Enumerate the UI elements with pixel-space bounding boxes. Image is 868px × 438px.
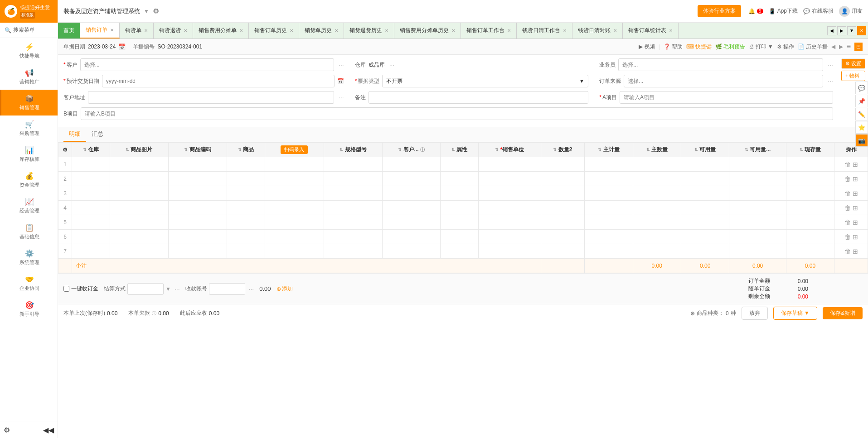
right-tool-camera[interactable]: 📷: [855, 134, 868, 147]
warehouse-dots[interactable]: ···: [389, 61, 395, 68]
discard-button[interactable]: 放弃: [742, 307, 768, 320]
one-key-collect-checkbox[interactable]: 一键收订金: [63, 285, 98, 293]
account-input[interactable]: [209, 283, 245, 295]
nav-prev-btn[interactable]: ◀: [831, 43, 835, 50]
tab-close-icon-2[interactable]: ✕: [144, 28, 148, 33]
tab-fee-history[interactable]: 销售费用分摊单历史 ✕: [394, 23, 461, 39]
row-main-qty[interactable]: [633, 157, 681, 172]
copy-icon[interactable]: ⊞: [853, 248, 858, 255]
setting-button[interactable]: ⚙ 设置: [841, 58, 865, 69]
th-available[interactable]: ⇅ 可用量: [681, 143, 729, 157]
collapse-icon[interactable]: ◀◀: [43, 426, 54, 434]
customer-input[interactable]: [80, 58, 334, 71]
tab-more-btn[interactable]: ▼: [847, 26, 856, 35]
th-warehouse[interactable]: ⇅ 仓库: [72, 143, 110, 157]
delivery-calendar-icon[interactable]: 📅: [337, 78, 344, 84]
sidebar-item-guide[interactable]: 🎯 新手引导: [0, 296, 58, 322]
tab-cash-reconcile[interactable]: 钱货日清对账 ✕: [572, 23, 623, 39]
tab-sales-order[interactable]: 销售订单 ✕: [80, 23, 120, 39]
tab-close-icon-4[interactable]: ✕: [239, 28, 243, 33]
th-main-qty[interactable]: ⇅ 主数量: [633, 143, 681, 157]
tab-workbench[interactable]: 销售订单工作台 ✕: [461, 23, 517, 39]
delete-icon[interactable]: 🗑: [844, 204, 851, 212]
tab-close-icon-9[interactable]: ✕: [507, 28, 511, 33]
operations-action[interactable]: ⚙ 操作: [777, 43, 794, 51]
row-product[interactable]: [227, 157, 265, 172]
tab-cash-workbench[interactable]: 钱货日清工作台 ✕: [517, 23, 572, 39]
row-scan[interactable]: [265, 157, 324, 172]
remark-input[interactable]: [369, 91, 589, 104]
th-unit[interactable]: ⇅ *销售单位: [478, 143, 541, 157]
tab-home[interactable]: 首页: [58, 23, 80, 39]
invoice-select[interactable]: 不开票 ▼: [382, 75, 588, 87]
row-customer-code[interactable]: [383, 157, 441, 172]
customer-dots[interactable]: ···: [339, 61, 344, 68]
sidebar-item-enterprise[interactable]: 🤝 企业协同: [0, 270, 58, 296]
row-available2[interactable]: [729, 157, 786, 172]
sidebar-item-inventory[interactable]: 📊 库存核算: [0, 141, 58, 167]
copy-icon[interactable]: ⊞: [853, 233, 858, 241]
salesperson-dots[interactable]: ···: [828, 61, 833, 68]
right-tool-star[interactable]: ⭐: [855, 121, 868, 134]
th-spec[interactable]: ⇅ 规格型号: [324, 143, 383, 157]
right-tool-edit[interactable]: ✏️: [855, 108, 868, 120]
print-dropdown-icon[interactable]: ▼: [768, 43, 773, 50]
row-stock[interactable]: [786, 157, 834, 172]
th-main-unit[interactable]: ⇅ 主计量: [585, 143, 633, 157]
profit-action[interactable]: 🌿 毛利预告: [715, 43, 745, 51]
tab-next-btn[interactable]: ▶: [837, 26, 846, 35]
copy-icon[interactable]: ⊞: [853, 204, 858, 212]
tab-order-history[interactable]: 销售订单历史 ✕: [249, 23, 299, 39]
settings-icon[interactable]: ⚙: [4, 426, 10, 434]
sidebar-search[interactable]: 🔍 搜索菜单: [0, 23, 58, 38]
tab-close-icon-7[interactable]: ✕: [385, 28, 388, 33]
industry-btn[interactable]: 体验行业方案: [698, 5, 741, 17]
tab-stats[interactable]: 销售订单统计表 ✕: [623, 23, 679, 39]
copy-icon[interactable]: ⊞: [853, 190, 858, 197]
row-attr[interactable]: [441, 157, 479, 172]
th-settings[interactable]: ⚙: [58, 143, 72, 157]
copy-icon[interactable]: ⊞: [853, 175, 858, 183]
dropdown-icon[interactable]: ▼: [144, 8, 149, 14]
row-available[interactable]: [681, 157, 729, 172]
copy-icon[interactable]: ⊞: [853, 161, 858, 168]
delete-icon[interactable]: 🗑: [844, 161, 851, 168]
sidebar-item-system[interactable]: ⚙️ 系统管理: [0, 245, 58, 270]
preview-action[interactable]: ▶ 视频: [639, 43, 655, 51]
user-item[interactable]: 👤 用友: [839, 6, 863, 17]
right-tool-pin[interactable]: 📌: [855, 95, 868, 107]
app-download-item[interactable]: 📱 App下载: [769, 7, 798, 15]
address-dots[interactable]: ···: [339, 94, 344, 101]
table-scroll[interactable]: ⚙ ⇅ 仓库 ⇅ 商品图片 ⇅ 商品编码 ⇅ 商品 扫码录入 ⇅ 规格型号 ⇅ …: [58, 142, 868, 273]
a-project-input[interactable]: [620, 91, 833, 104]
tab-close-icon-12[interactable]: ✕: [669, 28, 673, 33]
address-input[interactable]: [88, 91, 334, 104]
help-action[interactable]: ❓ 帮助: [664, 43, 683, 51]
sidebar-item-sales[interactable]: 📦 销售管理: [0, 90, 58, 116]
th-stock[interactable]: ⇅ 现存量: [786, 143, 834, 157]
delete-icon[interactable]: 🗑: [844, 219, 851, 226]
delete-icon[interactable]: 🗑: [844, 190, 851, 197]
sidebar-item-finance[interactable]: 💰 资金管理: [0, 167, 58, 193]
th-attr[interactable]: ⇅ 属性: [441, 143, 479, 157]
row-main-unit[interactable]: [585, 157, 633, 172]
scan-btn[interactable]: 扫码录入: [281, 145, 308, 154]
tab-fee-split[interactable]: 销售费用分摊单 ✕: [193, 23, 249, 39]
tab-close-all-btn[interactable]: ✕: [857, 26, 866, 35]
b-project-input[interactable]: [81, 107, 833, 120]
sidebar-item-purchase[interactable]: 🛒 采购管理: [0, 116, 58, 141]
tab-close-icon-8[interactable]: ✕: [451, 28, 455, 33]
salesperson-input[interactable]: [618, 58, 823, 71]
sidebar-item-basic[interactable]: 📋 基础信息: [0, 219, 58, 245]
tab-close-icon[interactable]: ✕: [110, 28, 114, 33]
print-action[interactable]: 🖨 打印 ▼: [749, 43, 773, 51]
one-key-collect-check[interactable]: [63, 286, 69, 292]
payment-dropdown-icon[interactable]: ▼: [165, 286, 171, 292]
account-dots[interactable]: ···: [249, 285, 254, 293]
th-image[interactable]: ⇅ 商品图片: [110, 143, 168, 157]
grid-view-icon[interactable]: ≡: [847, 43, 851, 51]
table-tab-detail[interactable]: 明细: [63, 127, 86, 142]
save-new-button[interactable]: 保存&新增: [823, 307, 863, 319]
row-spec[interactable]: [324, 157, 383, 172]
tab-close-icon-11[interactable]: ✕: [613, 28, 617, 33]
